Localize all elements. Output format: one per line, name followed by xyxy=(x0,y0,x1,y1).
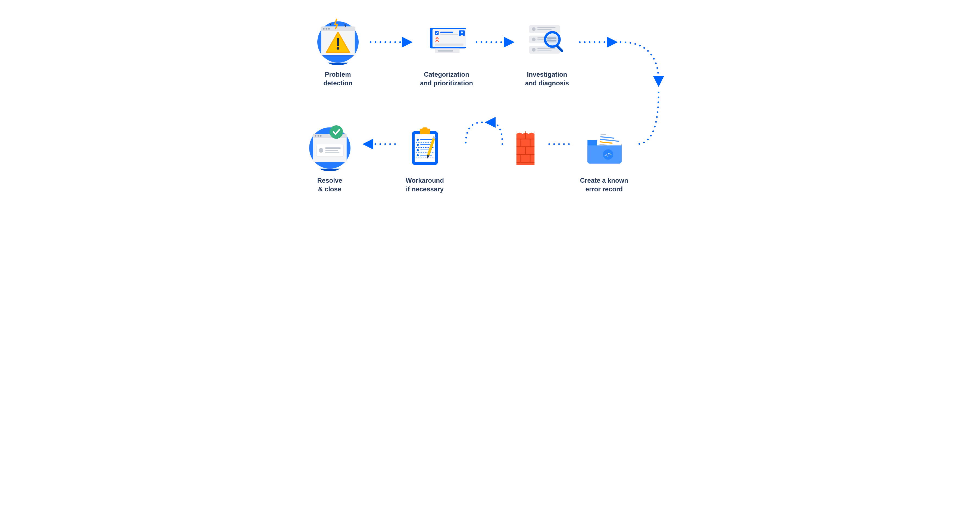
step-workaround: Workaround if necessary xyxy=(390,120,460,194)
svg-rect-57 xyxy=(415,134,435,162)
svg-rect-82 xyxy=(325,148,340,149)
svg-point-62 xyxy=(417,144,419,146)
svg-point-81 xyxy=(319,148,323,153)
svg-point-8 xyxy=(328,28,329,30)
step-label: Categorization and prioritization xyxy=(411,70,482,88)
svg-point-78 xyxy=(317,135,319,137)
svg-rect-83 xyxy=(325,150,338,151)
svg-point-7 xyxy=(326,28,327,30)
svg-rect-61 xyxy=(420,139,432,140)
step-label: Investigation and diagnosis xyxy=(512,70,582,88)
step-create-known-error-record: </> Create a known error record xyxy=(569,120,640,194)
step-label: Problem detection xyxy=(303,70,373,88)
svg-point-85 xyxy=(329,125,343,139)
svg-point-10 xyxy=(337,47,339,50)
svg-rect-67 xyxy=(420,155,432,156)
svg-point-6 xyxy=(323,28,325,30)
svg-point-66 xyxy=(417,154,419,156)
investigation-icon xyxy=(521,14,573,65)
workaround-icon xyxy=(399,120,451,171)
svg-rect-59 xyxy=(422,128,427,130)
resolve-close-icon xyxy=(304,120,356,171)
svg-rect-32 xyxy=(537,50,551,51)
svg-rect-23 xyxy=(537,27,555,28)
problem-detection-icon xyxy=(312,14,364,65)
wall-icon xyxy=(500,120,551,171)
svg-rect-24 xyxy=(537,29,551,30)
svg-point-77 xyxy=(315,135,316,137)
step-investigation-diagnosis: Investigation and diagnosis xyxy=(512,14,582,88)
step-label: Resolve & close xyxy=(294,176,365,194)
svg-point-30 xyxy=(532,48,535,51)
svg-rect-18 xyxy=(435,43,463,46)
svg-point-22 xyxy=(532,27,535,31)
step-wall-barrier xyxy=(490,120,561,176)
svg-rect-14 xyxy=(440,32,453,33)
error-record-icon: </> xyxy=(578,120,630,171)
svg-point-17 xyxy=(461,32,463,34)
svg-point-60 xyxy=(417,139,419,141)
step-resolve-close: Resolve & close xyxy=(294,120,365,194)
svg-point-36 xyxy=(547,34,558,45)
svg-point-64 xyxy=(417,149,419,151)
step-label: Workaround if necessary xyxy=(390,176,460,194)
step-label: Create a known error record xyxy=(569,176,640,194)
process-diagram: Problem detection Categorization and pri… xyxy=(286,0,694,212)
categorization-icon xyxy=(421,14,473,65)
svg-rect-31 xyxy=(537,48,555,49)
svg-rect-15 xyxy=(440,34,458,35)
step-categorization-prioritization: Categorization and prioritization xyxy=(411,14,482,88)
svg-point-79 xyxy=(320,135,321,137)
svg-rect-84 xyxy=(325,152,339,153)
svg-rect-9 xyxy=(337,38,339,46)
svg-rect-63 xyxy=(420,144,432,145)
svg-point-26 xyxy=(532,38,535,41)
svg-rect-20 xyxy=(438,50,453,52)
step-problem-detection: Problem detection xyxy=(303,14,373,88)
